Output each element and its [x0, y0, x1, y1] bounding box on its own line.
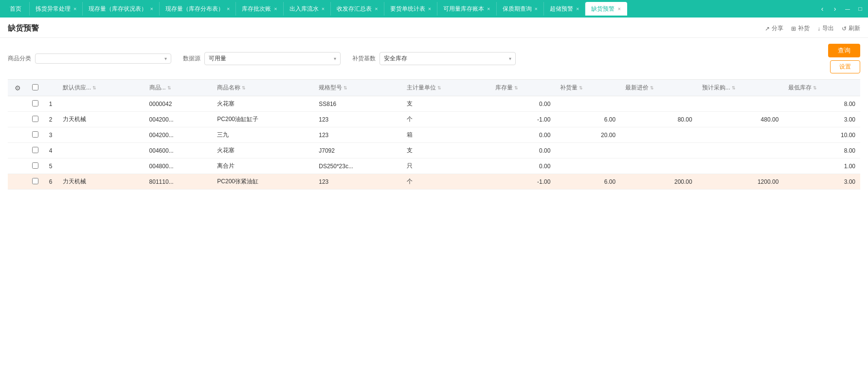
th-unit[interactable]: 主计量单位 ⇅	[402, 80, 490, 96]
tab-overstock-close[interactable]: ×	[576, 6, 579, 12]
row-price-5: 200.00	[620, 174, 697, 190]
row-est-4	[697, 158, 784, 174]
sort-icon-min: ⇅	[813, 86, 817, 90]
th-default-supplier[interactable]: 默认供应... ⇅	[58, 80, 145, 96]
replenish-base-select-arrow: ▾	[509, 56, 511, 61]
row-stock-5: -1.00	[490, 174, 556, 190]
tab-batch-account[interactable]: 库存批次账 ×	[236, 2, 283, 16]
row-supplier-4	[58, 158, 145, 174]
tab-shortage-close[interactable]: ×	[617, 6, 620, 12]
row-checkbox-cell[interactable]	[27, 127, 43, 143]
select-all-checkbox[interactable]	[32, 84, 38, 90]
th-checkbox[interactable]	[27, 80, 43, 96]
sort-icon-supplier: ⇅	[92, 86, 96, 90]
tab-order-stats-close[interactable]: ×	[428, 6, 431, 12]
category-select[interactable]: ▾	[35, 53, 171, 64]
tab-collect-summary-label: 收发存汇总表	[337, 5, 372, 13]
row-checkbox-cell[interactable]	[27, 112, 43, 127]
tab-abnormal-close[interactable]: ×	[73, 6, 76, 12]
row-code-0: 0000042	[145, 96, 213, 112]
th-product-code[interactable]: 商品... ⇅	[145, 80, 213, 96]
row-est-3	[697, 143, 784, 158]
th-stock-qty[interactable]: 库存量 ⇅	[490, 80, 556, 96]
row-checkbox-0[interactable]	[32, 100, 38, 106]
datasource-select[interactable]: 可用量 ▾	[204, 52, 341, 65]
row-name-1: PC200油缸缸子	[212, 112, 314, 127]
row-num-4: 5	[43, 158, 58, 174]
tab-available-ledger[interactable]: 可用量库存账本 ×	[437, 2, 496, 16]
tab-maximize-button[interactable]: □	[854, 3, 866, 15]
row-checkbox-cell[interactable]	[27, 96, 43, 112]
tab-shortage[interactable]: 缺货预警 ×	[585, 2, 627, 16]
th-est-purchase[interactable]: 预计采购... ⇅	[697, 80, 784, 96]
tab-bar: 首页 拣货异常处理 × 现存量（库存状况表） × 现存量（库存分布表） × 库存…	[0, 0, 868, 18]
tab-collect-summary-close[interactable]: ×	[375, 6, 378, 12]
data-table: ⚙ 默认供应... ⇅ 商品...	[8, 79, 860, 190]
th-settings[interactable]: ⚙	[8, 80, 27, 96]
row-checkbox-4[interactable]	[32, 162, 38, 169]
tab-next-button[interactable]: ›	[829, 3, 841, 15]
tab-abnormal[interactable]: 拣货异常处理 ×	[30, 2, 83, 16]
sort-icon-unit: ⇅	[437, 86, 441, 90]
replenish-button[interactable]: ⊞ 补货	[791, 24, 810, 33]
tab-inout-flow-close[interactable]: ×	[322, 6, 325, 12]
share-button[interactable]: ↗ 分享	[765, 24, 783, 33]
tab-inout-flow[interactable]: 出入库流水 ×	[284, 2, 331, 16]
tab-inventory-status[interactable]: 现存量（库存状况表） ×	[83, 2, 159, 16]
row-min-4: 1.00	[783, 158, 860, 174]
row-checkbox-3[interactable]	[32, 147, 38, 153]
tab-inventory-status-close[interactable]: ×	[150, 6, 153, 12]
row-num-3: 4	[43, 143, 58, 158]
tab-inventory-dist-close[interactable]: ×	[227, 6, 230, 12]
tab-order-stats[interactable]: 要货单统计表 ×	[384, 2, 437, 16]
th-replenish-qty[interactable]: 补货量 ⇅	[555, 80, 620, 96]
row-spec-5: 123	[314, 174, 402, 190]
row-num-1: 2	[43, 112, 58, 127]
refresh-button[interactable]: ↺ 刷新	[842, 24, 860, 33]
replenish-base-filter-group: 补货基数 安全库存 ▾	[352, 52, 516, 65]
tab-home-label: 首页	[10, 5, 21, 13]
tab-overstock[interactable]: 超储预警 ×	[544, 2, 585, 16]
row-price-0	[620, 96, 697, 112]
category-filter-label: 商品分类	[8, 54, 31, 63]
th-spec[interactable]: 规格型号 ⇅	[314, 80, 402, 96]
tab-batch-account-close[interactable]: ×	[274, 6, 277, 12]
row-checkbox-cell[interactable]	[27, 143, 43, 158]
row-checkbox-1[interactable]	[32, 116, 38, 122]
th-latest-price[interactable]: 最新进价 ⇅	[620, 80, 697, 96]
tab-collect-summary[interactable]: 收发存汇总表 ×	[331, 2, 384, 16]
query-button[interactable]: 查询	[828, 44, 860, 57]
row-code-1: 004200...	[145, 112, 213, 127]
tab-inventory-dist[interactable]: 现存量（库存分布表） ×	[160, 2, 236, 16]
row-checkbox-cell[interactable]	[27, 174, 43, 190]
row-replenish-0	[555, 96, 620, 112]
table-header-row: ⚙ 默认供应... ⇅ 商品...	[8, 80, 860, 96]
th-product-name[interactable]: 商品名称 ⇅	[212, 80, 314, 96]
th-min-stock[interactable]: 最低库存 ⇅	[783, 80, 860, 96]
row-stock-1: -1.00	[490, 112, 556, 127]
export-button[interactable]: ↓ 导出	[817, 24, 834, 33]
row-spec-0: SS816	[314, 96, 402, 112]
tab-home[interactable]: 首页	[2, 2, 30, 16]
tab-expiry-query[interactable]: 保质期查询 ×	[497, 2, 544, 16]
row-unit-2: 箱	[402, 127, 490, 143]
tab-prev-button[interactable]: ‹	[816, 3, 828, 15]
datasource-filter-label: 数据源	[183, 54, 200, 63]
row-stock-3: 0.00	[490, 143, 556, 158]
row-replenish-4	[555, 158, 620, 174]
tab-expiry-query-close[interactable]: ×	[535, 6, 538, 12]
row-checkbox-cell[interactable]	[27, 158, 43, 174]
settings-button[interactable]: 设置	[830, 60, 860, 73]
tab-minimize-button[interactable]: —	[842, 3, 853, 15]
replenish-base-select-value: 安全库存	[384, 54, 407, 63]
export-icon: ↓	[817, 25, 820, 32]
tab-available-ledger-close[interactable]: ×	[487, 6, 490, 12]
tab-nav-buttons: ‹ › — □	[816, 3, 866, 15]
row-checkbox-5[interactable]	[32, 178, 38, 184]
row-checkbox-2[interactable]	[32, 131, 38, 138]
tab-expiry-query-label: 保质期查询	[503, 5, 532, 13]
replenish-base-select[interactable]: 安全库存 ▾	[380, 52, 516, 65]
page-header: 缺货预警 ↗ 分享 ⊞ 补货 ↓ 导出 ↺ 刷新	[0, 18, 868, 38]
tab-inventory-status-label: 现存量（库存状况表）	[89, 5, 147, 13]
category-select-arrow: ▾	[164, 56, 167, 61]
